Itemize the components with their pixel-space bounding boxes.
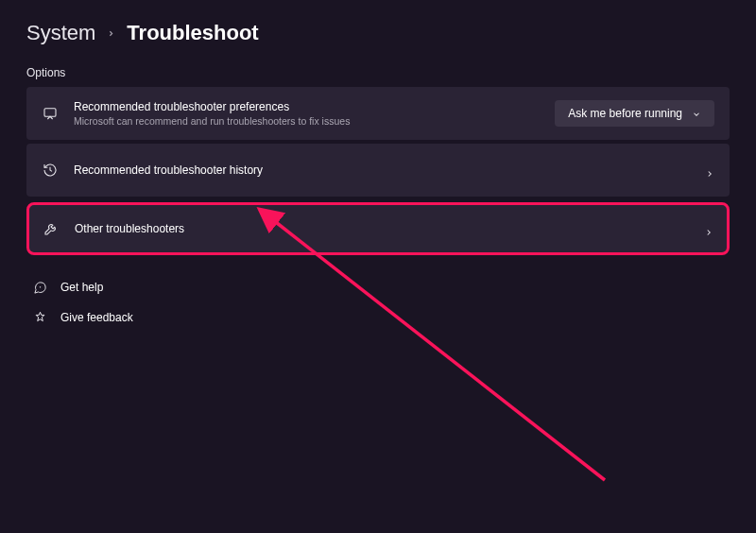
card-text: Other troubleshooters <box>75 222 689 235</box>
preferences-title: Recommended troubleshooter preferences <box>74 100 540 113</box>
troubleshooter-preferences-card[interactable]: Recommended troubleshooter preferences M… <box>26 87 730 140</box>
page-title: Troubleshoot <box>127 21 258 45</box>
give-feedback-link[interactable]: Give feedback <box>26 302 730 333</box>
chevron-right-icon <box>705 165 714 175</box>
give-feedback-label: Give feedback <box>60 311 133 324</box>
card-text: Recommended troubleshooter history <box>74 163 690 177</box>
preferences-subtitle: Microsoft can recommend and run troubles… <box>74 115 540 127</box>
dropdown-value: Ask me before running <box>568 107 682 120</box>
feedback-icon <box>32 310 47 325</box>
preferences-dropdown[interactable]: Ask me before running <box>555 100 714 127</box>
history-icon <box>42 162 59 179</box>
history-title: Recommended troubleshooter history <box>74 163 690 177</box>
section-label: Options <box>26 66 730 79</box>
other-troubleshooters-card[interactable]: Other troubleshooters <box>26 202 730 255</box>
message-icon <box>42 105 59 122</box>
get-help-link[interactable]: Get help <box>26 272 730 302</box>
wrench-icon <box>43 220 60 237</box>
breadcrumb-parent[interactable]: System <box>26 21 95 45</box>
chevron-right-icon <box>107 26 115 41</box>
chevron-right-icon <box>704 224 713 233</box>
svg-rect-0 <box>44 109 56 117</box>
get-help-label: Get help <box>60 281 103 294</box>
svg-point-1 <box>40 286 41 287</box>
breadcrumb: System Troubleshoot <box>26 21 730 45</box>
chevron-down-icon <box>692 109 701 118</box>
help-icon <box>32 280 47 295</box>
card-text: Recommended troubleshooter preferences M… <box>74 100 540 127</box>
other-title: Other troubleshooters <box>75 222 689 235</box>
troubleshooter-history-card[interactable]: Recommended troubleshooter history <box>26 144 730 197</box>
